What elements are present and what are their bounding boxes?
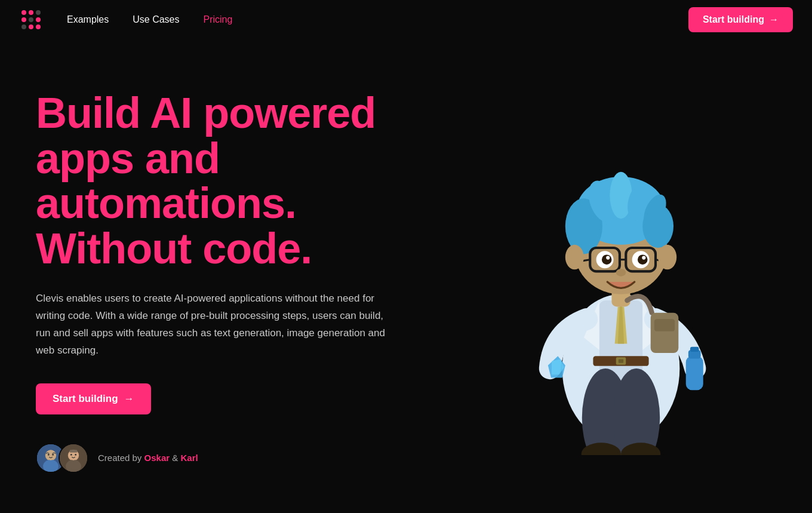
creator1-link[interactable]: Oskar <box>144 453 170 463</box>
svg-point-50 <box>638 254 648 265</box>
creators-section: Created by Oskar & Karl <box>36 443 388 473</box>
svg-point-6 <box>21 24 26 29</box>
svg-point-1 <box>29 10 33 15</box>
svg-point-49 <box>602 254 612 265</box>
svg-rect-58 <box>690 347 699 352</box>
svg-rect-21 <box>70 450 78 453</box>
svg-point-0 <box>21 10 26 15</box>
svg-point-8 <box>36 24 41 29</box>
svg-rect-62 <box>654 319 675 331</box>
nav-link-use-cases[interactable]: Use Cases <box>133 14 179 25</box>
nav-link-pricing[interactable]: Pricing <box>204 14 233 25</box>
logo-icon <box>19 8 43 32</box>
nav-link-examples[interactable]: Examples <box>67 14 109 25</box>
svg-rect-61 <box>651 313 679 353</box>
svg-point-5 <box>36 17 41 22</box>
hero-cta-label: Start building <box>53 393 118 405</box>
svg-point-3 <box>21 17 26 22</box>
hero-cta-arrow: → <box>124 393 134 405</box>
svg-point-4 <box>29 17 33 22</box>
hero-content: Build AI powered apps and automations. W… <box>36 91 388 473</box>
svg-point-53 <box>616 269 626 276</box>
svg-point-2 <box>36 10 41 15</box>
hero-character-image <box>466 109 776 455</box>
svg-point-55 <box>658 245 676 269</box>
hero-cta-button[interactable]: Start building → <box>36 383 151 414</box>
hero-cta-container: Start building → <box>36 383 388 414</box>
svg-point-13 <box>48 454 50 456</box>
character-svg <box>466 109 776 455</box>
creators-text: Created by Oskar & Karl <box>98 453 198 463</box>
navbar: Examples Use Cases Pricing Start buildin… <box>0 0 812 39</box>
svg-point-7 <box>29 24 33 29</box>
svg-rect-28 <box>619 359 623 363</box>
nav-cta-label: Start building <box>703 14 764 25</box>
creator-avatars <box>36 443 88 473</box>
svg-point-20 <box>75 454 76 456</box>
hero-description: Clevis enables users to create AI-powere… <box>36 290 388 360</box>
avatar-karl <box>59 443 88 473</box>
nav-cta-button[interactable]: Start building → <box>688 7 793 32</box>
hero-title: Build AI powered apps and automations. W… <box>36 91 388 271</box>
svg-point-51 <box>606 256 610 260</box>
svg-rect-56 <box>686 356 703 390</box>
logo[interactable] <box>19 8 43 32</box>
svg-point-19 <box>70 454 72 456</box>
svg-point-52 <box>642 256 645 260</box>
nav-cta-arrow: → <box>769 14 779 25</box>
hero-section: Build AI powered apps and automations. W… <box>0 39 812 513</box>
svg-point-14 <box>52 454 54 456</box>
creator2-link[interactable]: Karl <box>180 453 198 463</box>
svg-point-12 <box>46 450 56 460</box>
svg-point-54 <box>565 245 584 269</box>
